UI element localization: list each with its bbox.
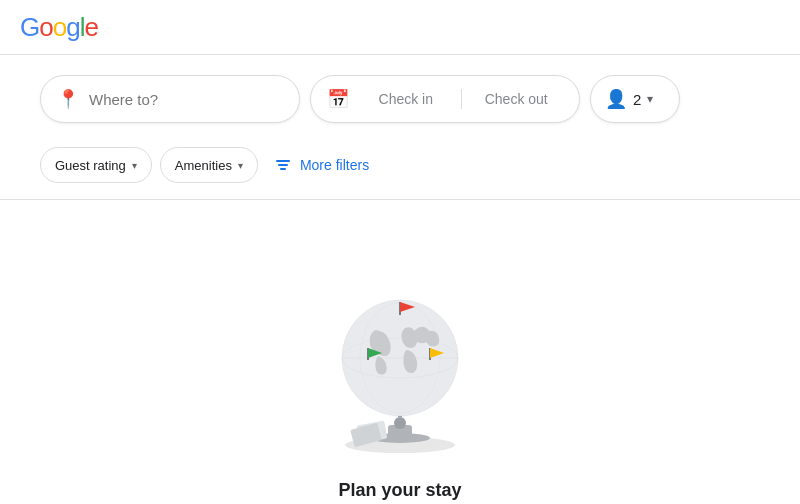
calendar-icon: 📅	[327, 88, 349, 110]
guest-rating-chevron-icon: ▾	[132, 160, 137, 171]
logo-letter-g1: G	[20, 12, 39, 43]
date-box[interactable]: 📅 Check in Check out	[310, 75, 580, 123]
guests-count: 2	[633, 91, 641, 108]
search-area: 📍 📅 Check in Check out 👤 2 ▾	[0, 55, 800, 143]
amenities-chevron-icon: ▾	[238, 160, 243, 171]
checkout-label: Check out	[470, 91, 564, 107]
logo-letter-o1: o	[39, 12, 52, 43]
destination-box[interactable]: 📍	[40, 75, 300, 123]
amenities-filter-button[interactable]: Amenities ▾	[160, 147, 258, 183]
globe-svg	[300, 240, 500, 460]
more-filters-button[interactable]: More filters	[266, 150, 379, 180]
plan-title: Plan your stay	[338, 480, 461, 501]
globe-illustration	[300, 240, 500, 460]
main-content: Plan your stay Enter a destination to se…	[0, 200, 800, 504]
destination-input[interactable]	[89, 91, 283, 108]
date-separator	[461, 89, 462, 109]
google-logo[interactable]: Google	[20, 12, 98, 43]
checkin-label: Check in	[359, 91, 453, 107]
logo-letter-g2: g	[66, 12, 79, 43]
person-icon: 👤	[605, 88, 627, 110]
logo-letter-e: e	[84, 12, 97, 43]
svg-point-3	[394, 417, 406, 429]
guest-rating-label: Guest rating	[55, 158, 126, 173]
header: Google	[0, 0, 800, 55]
logo-letter-o2: o	[53, 12, 66, 43]
guests-box[interactable]: 👤 2 ▾	[590, 75, 680, 123]
chevron-down-icon: ▾	[647, 92, 653, 106]
location-pin-icon: 📍	[57, 88, 79, 110]
guest-rating-filter-button[interactable]: Guest rating ▾	[40, 147, 152, 183]
more-filters-label: More filters	[300, 157, 369, 173]
filter-lines-icon	[276, 160, 290, 170]
filter-row: Guest rating ▾ Amenities ▾ More filters	[0, 143, 800, 199]
amenities-label: Amenities	[175, 158, 232, 173]
